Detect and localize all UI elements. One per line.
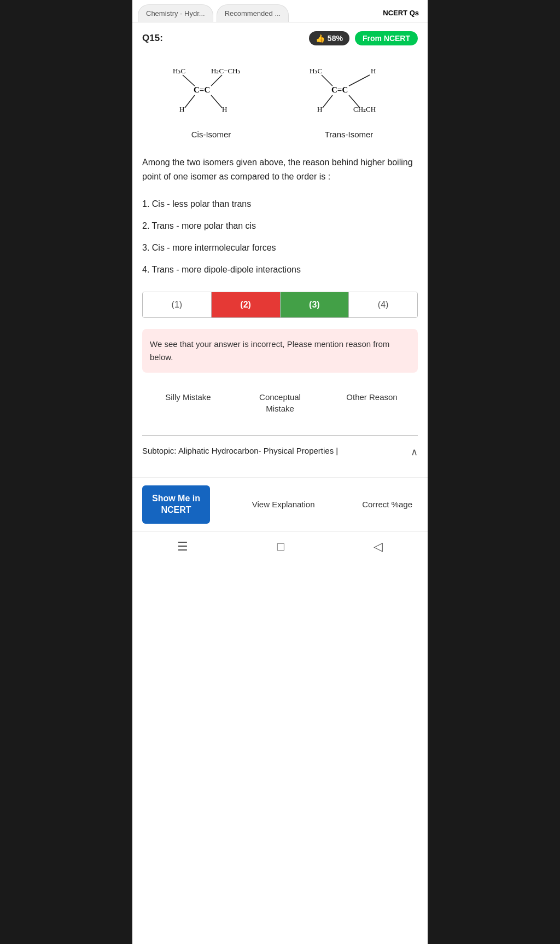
- reason-section: Silly Mistake ConceptualMistake Other Re…: [142, 386, 418, 420]
- tab-chemistry[interactable]: Chemistry - Hydr...: [138, 4, 213, 22]
- thumbs-up-icon: 👍: [316, 34, 325, 43]
- incorrect-notice: We see that your answer is incorrect, Pl…: [142, 329, 418, 373]
- option-3[interactable]: 3. Cis - more intermolecular forces: [142, 237, 418, 259]
- svg-text:H₃C: H₃C: [310, 67, 322, 75]
- answer-selector: (1) (2) (3) (4): [142, 292, 418, 318]
- svg-line-14: [322, 75, 332, 86]
- answer-option-2[interactable]: (2): [212, 292, 281, 317]
- svg-text:C=C: C=C: [194, 85, 210, 94]
- option-4[interactable]: 4. Trans - more dipole-dipole interactio…: [142, 259, 418, 281]
- ncert-badge: From NCERT: [355, 31, 418, 45]
- cis-isomer-svg: H₃C H₂C−CH₃ C=C H H: [167, 60, 255, 125]
- subtopic-text: Subtopic: Aliphatic Hydrocarbon- Physica…: [142, 446, 338, 455]
- svg-text:H: H: [179, 105, 184, 113]
- option-4-num: 4.: [142, 265, 152, 274]
- trans-isomer-label: Trans-Isomer: [280, 130, 418, 139]
- reason-silly-mistake[interactable]: Silly Mistake: [142, 386, 234, 420]
- options-list: 1. Cis - less polar than trans 2. Trans …: [142, 193, 418, 281]
- header-right: 👍 58% From NCERT: [309, 31, 418, 45]
- answer-option-4[interactable]: (4): [349, 292, 417, 317]
- svg-line-7: [185, 95, 195, 108]
- svg-line-6: [211, 75, 222, 86]
- svg-text:CH₂CH: CH₂CH: [353, 105, 376, 113]
- hamburger-menu-icon[interactable]: ☰: [177, 540, 188, 554]
- subtopic-section: Subtopic: Aliphatic Hydrocarbon- Physica…: [142, 444, 418, 457]
- svg-line-16: [323, 95, 332, 108]
- chevron-up-icon[interactable]: ∧: [411, 444, 418, 460]
- trans-isomer-svg: H₃C H C=C H CH₂CH: [305, 60, 393, 125]
- view-explanation-button[interactable]: View Explanation: [247, 495, 320, 513]
- svg-text:H: H: [371, 67, 376, 75]
- cis-isomer-label: Cis-Isomer: [142, 130, 280, 139]
- option-1-num: 1.: [142, 199, 152, 209]
- isomers-diagram: H₃C H₂C−CH₃ C=C H H Cis-Isomer: [142, 54, 418, 144]
- correct-percentage-button[interactable]: Correct %age: [357, 495, 418, 513]
- svg-text:H: H: [317, 105, 322, 113]
- svg-text:H: H: [222, 105, 227, 113]
- svg-line-15: [349, 75, 370, 86]
- divider: [142, 435, 418, 436]
- option-1-text: Cis - less polar than trans: [152, 199, 251, 209]
- question-number: Q15:: [142, 33, 163, 44]
- percent-value: 58%: [328, 34, 343, 43]
- bottom-actions: Show Me inNCERT View Explanation Correct…: [132, 477, 428, 531]
- phone-frame: Chemistry - Hydr... Recommended ... NCER…: [132, 0, 428, 944]
- svg-text:C=C: C=C: [331, 85, 348, 94]
- option-2-text: Trans - more polar than cis: [152, 221, 256, 230]
- option-3-text: Cis - more intermolecular forces: [152, 243, 276, 252]
- tab-recommended[interactable]: Recommended ...: [217, 4, 289, 22]
- show-ncert-button[interactable]: Show Me inNCERT: [142, 485, 210, 524]
- svg-text:H₂C−CH₃: H₂C−CH₃: [211, 67, 240, 75]
- reason-other[interactable]: Other Reason: [326, 386, 418, 420]
- nav-bar: ☰ □ ◁: [132, 531, 428, 559]
- svg-text:H₃C: H₃C: [173, 67, 185, 75]
- home-icon[interactable]: □: [277, 540, 284, 554]
- answer-option-3[interactable]: (3): [281, 292, 349, 317]
- option-2[interactable]: 2. Trans - more polar than cis: [142, 215, 418, 237]
- content-area: Q15: 👍 58% From NCERT H₃C H₂C−CH₃ C=C: [132, 22, 428, 477]
- reason-conceptual-mistake[interactable]: ConceptualMistake: [234, 386, 326, 420]
- svg-line-5: [183, 75, 195, 86]
- option-1[interactable]: 1. Cis - less polar than trans: [142, 193, 418, 215]
- option-3-num: 3.: [142, 243, 152, 252]
- top-tabs: Chemistry - Hydr... Recommended ... NCER…: [132, 0, 428, 22]
- option-2-num: 2.: [142, 221, 152, 230]
- trans-isomer-box: H₃C H C=C H CH₂CH Trans-Isomer: [280, 60, 418, 139]
- answer-option-1[interactable]: (1): [143, 292, 212, 317]
- tab-ncert[interactable]: NCERT Qs: [380, 4, 422, 22]
- question-text: Among the two isomers given above, the r…: [142, 155, 418, 183]
- svg-line-8: [211, 95, 222, 108]
- question-header: Q15: 👍 58% From NCERT: [142, 31, 418, 45]
- option-4-text: Trans - more dipole-dipole interactions: [152, 265, 301, 274]
- back-icon[interactable]: ◁: [374, 540, 383, 554]
- cis-isomer-box: H₃C H₂C−CH₃ C=C H H Cis-Isomer: [142, 60, 280, 139]
- percent-badge: 👍 58%: [309, 31, 349, 45]
